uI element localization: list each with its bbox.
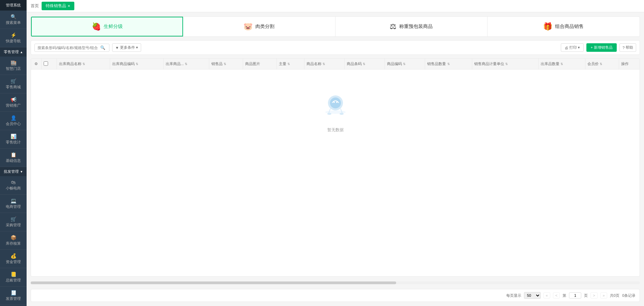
col-label: 商品名称	[306, 62, 321, 66]
tab-fresh-grade[interactable]: 🍓 生鲜分级	[31, 17, 183, 36]
sidebar-item-label: 快捷导航	[6, 39, 21, 44]
sidebar-item-label: 零售统计	[6, 140, 21, 145]
sort-icon: ⇅	[287, 62, 290, 66]
page-size-select[interactable]: 50 10 20 100	[524, 292, 541, 299]
sidebar-item-smart-store[interactable]: 🏬 智慧门店	[0, 57, 27, 75]
th-product-name[interactable]: 商品名称 ⇅	[304, 59, 344, 70]
col-label: 操作	[621, 62, 629, 66]
active-tab[interactable]: 特殊销售品 ✕	[42, 2, 74, 10]
sidebar-section-retail[interactable]: 零售管理 ▲	[0, 47, 27, 57]
chevron-down-icon: ▾	[136, 45, 138, 50]
svg-point-6	[340, 113, 344, 115]
th-checkbox[interactable]	[41, 59, 57, 70]
sort-icon: ⇅	[600, 62, 602, 66]
help-button[interactable]: ? 帮助	[619, 43, 636, 52]
filter-icon: ▼	[115, 46, 119, 50]
sidebar-item-label: 搜索菜单	[6, 20, 21, 25]
pagination-bar: 每页显示 50 10 20 100 « < 第 页 > » 共0页 0条记录	[31, 289, 640, 302]
filter-label: 更多条件	[120, 45, 135, 50]
inventory-icon: 📦	[11, 235, 16, 240]
col-label: 商品条码	[347, 62, 362, 66]
tab-combo-sales[interactable]: 🎁 组合商品销售	[488, 17, 640, 36]
filter-button[interactable]: ▼ 更多条件 ▾	[112, 43, 141, 52]
sidebar-item-label: 电商管理	[6, 204, 21, 209]
chevron-down-icon: ▾	[578, 45, 580, 50]
first-page-button[interactable]: «	[543, 292, 550, 299]
sort-icon: ⇅	[363, 62, 365, 66]
th-out-product-name[interactable]: 出库商品名称 ⇅	[57, 59, 110, 70]
search-input[interactable]	[38, 46, 99, 50]
sidebar-item-search-menu[interactable]: 🔍 搜索菜单	[0, 11, 27, 29]
print-button[interactable]: 🖨 打印 ▾	[561, 43, 584, 52]
search-icon[interactable]: 🔍	[100, 45, 105, 50]
sidebar-item-retail-stats[interactable]: 📊 零售统计	[0, 130, 27, 149]
next-page-button[interactable]: >	[590, 292, 597, 299]
sidebar-item-inventory[interactable]: 📦 库存核算	[0, 231, 27, 250]
quick-nav-icon: ⚡	[11, 32, 16, 38]
th-out-product-extra[interactable]: 出库商品... ⇅	[163, 59, 209, 70]
empty-text: 暂无数据	[327, 127, 344, 133]
horizontal-scrollbar[interactable]	[31, 281, 640, 284]
sort-icon: ⇅	[323, 62, 325, 66]
sidebar-item-sales-promo[interactable]: 📢 营销推广	[0, 93, 27, 112]
tab-meat-cut[interactable]: 🐷 肉类分割	[183, 17, 335, 36]
th-member-price[interactable]: 会员价 ⇅	[585, 59, 619, 70]
page-label-suffix: 页	[584, 293, 588, 298]
col-label: 出库品数量	[541, 62, 559, 66]
th-sale-qty[interactable]: 销售品数量 ⇅	[425, 59, 472, 70]
sidebar-item-label: 小畅电商	[6, 186, 21, 191]
basic-info-icon: 📋	[11, 152, 16, 157]
sidebar-item-label: 会员中心	[6, 121, 21, 126]
sidebar-item-label: 总账管理	[6, 278, 21, 283]
col-label: 商品编码	[387, 62, 402, 66]
combo-sales-icon: 🎁	[543, 22, 552, 31]
sidebar-item-mini-ecom[interactable]: 🛍 小畅电商	[0, 176, 27, 195]
breadcrumb-home[interactable]: 首页	[31, 3, 39, 9]
sidebar-section-batch[interactable]: 批发管理 ▼	[0, 167, 27, 176]
tab-label: 称重预包装商品	[399, 24, 433, 30]
col-label: 商品图片	[245, 62, 260, 66]
ecom-mgmt-icon: 💻	[11, 198, 16, 203]
th-main-weight[interactable]: 主量 ⇅	[277, 59, 304, 70]
search-box[interactable]: 🔍	[34, 44, 109, 52]
th-settings[interactable]: ⚙	[31, 59, 41, 70]
th-out-qty[interactable]: 出库品数量 ⇅	[538, 59, 585, 70]
sales-promo-icon: 📢	[11, 97, 16, 102]
sidebar-item-ecom-mgmt[interactable]: 💻 电商管理	[0, 195, 27, 213]
add-button[interactable]: + 新增销售品	[586, 43, 616, 52]
sidebar-item-purchase[interactable]: 🛒 采购管理	[0, 213, 27, 231]
col-label: 会员价	[587, 62, 599, 66]
invoice-icon: 🧾	[11, 290, 16, 295]
th-out-product-code[interactable]: 出库商品编码 ⇅	[110, 59, 164, 70]
scrollbar-thumb[interactable]	[31, 281, 396, 284]
th-barcode[interactable]: 商品条码 ⇅	[344, 59, 385, 70]
th-product-code[interactable]: 商品编码 ⇅	[385, 59, 425, 70]
select-all-checkbox[interactable]	[44, 61, 48, 66]
help-label: 帮助	[626, 45, 633, 50]
sidebar-item-finance[interactable]: 💰 资金管理	[0, 250, 27, 268]
sidebar-item-general-ledger[interactable]: 📒 总账管理	[0, 268, 27, 287]
page-label: 第	[563, 293, 566, 298]
sidebar-item-member-center[interactable]: 👤 会员中心	[0, 112, 27, 130]
close-icon[interactable]: ✕	[68, 4, 70, 8]
th-sale-unit[interactable]: 销售商品计量单位 ⇅	[472, 59, 538, 70]
sidebar: 管理系统 🔍 搜索菜单 ⚡ 快捷导航 零售管理 ▲ 🏬 智慧门店 🛒 零售商城 …	[0, 0, 27, 306]
th-sale-product[interactable]: 销售品 ⇅	[209, 59, 243, 70]
page-input[interactable]	[569, 292, 581, 299]
sidebar-item-retail-mall[interactable]: 🛒 零售商城	[0, 75, 27, 93]
sort-icon: ⇅	[83, 62, 85, 66]
print-icon: 🖨	[565, 46, 568, 50]
last-page-button[interactable]: »	[600, 292, 607, 299]
sidebar-item-invoice[interactable]: 🧾 发票管理	[0, 287, 27, 305]
chevron-up-icon: ▲	[20, 50, 23, 54]
svg-point-4	[336, 102, 338, 103]
sidebar-item-label: 采购管理	[6, 223, 21, 228]
total-records: 0条记录	[622, 293, 635, 298]
sort-icon: ⇅	[136, 62, 138, 66]
page-size-label: 每页显示	[506, 293, 521, 298]
tab-weight-package[interactable]: ⚖ 称重预包装商品	[335, 17, 488, 36]
prev-page-button[interactable]: <	[553, 292, 560, 299]
th-action: 操作	[619, 59, 640, 70]
sidebar-item-quick-nav[interactable]: ⚡ 快捷导航	[0, 29, 27, 47]
sidebar-item-basic-info[interactable]: 📋 基础信息	[0, 149, 27, 167]
